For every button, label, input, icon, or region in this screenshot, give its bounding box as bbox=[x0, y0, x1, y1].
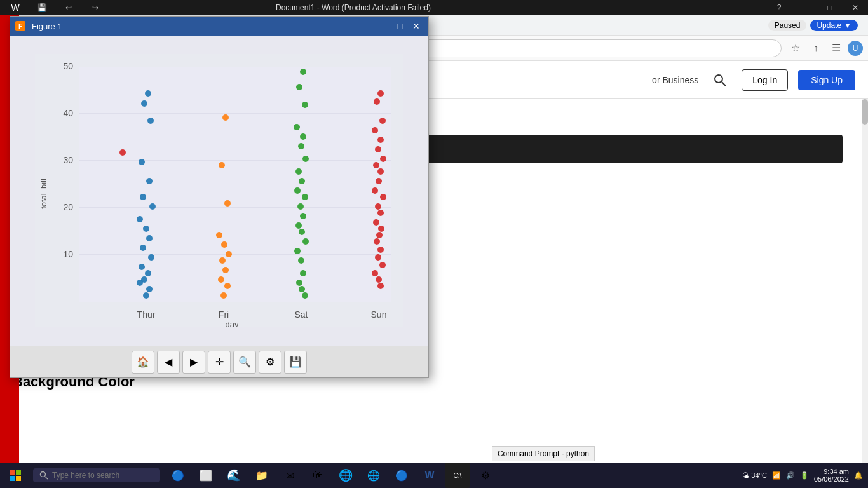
question-icon[interactable]: ? bbox=[766, 0, 792, 15]
svg-point-87 bbox=[377, 90, 384, 97]
paused-badge[interactable]: Paused bbox=[768, 20, 807, 31]
svg-point-80 bbox=[302, 238, 309, 245]
svg-point-65 bbox=[300, 69, 306, 75]
figure-minimize-button[interactable]: — bbox=[376, 19, 390, 33]
svg-point-69 bbox=[300, 133, 306, 140]
update-button[interactable]: Update ▼ bbox=[810, 20, 858, 31]
svg-point-83 bbox=[300, 270, 306, 276]
share-icon[interactable]: ↑ bbox=[807, 39, 825, 57]
login-button[interactable]: Log In bbox=[742, 69, 788, 91]
fig-home-button[interactable]: 🏠 bbox=[132, 351, 154, 374]
taskbar-cortana-icon[interactable]: 🔵 bbox=[165, 463, 191, 488]
taskbar-taskview-icon[interactable]: ⬜ bbox=[193, 463, 219, 488]
svg-point-77 bbox=[300, 213, 306, 219]
svg-text:Thur: Thur bbox=[137, 309, 156, 320]
figure-close-button[interactable]: ✕ bbox=[409, 19, 423, 33]
svg-text:Sat: Sat bbox=[294, 309, 308, 320]
maximize-icon[interactable]: □ bbox=[817, 0, 843, 15]
taskbar-chrome-icon[interactable]: 🌐 bbox=[333, 463, 358, 488]
svg-point-76 bbox=[297, 203, 304, 210]
scrollbar[interactable] bbox=[862, 99, 868, 478]
svg-text:day: day bbox=[226, 320, 239, 327]
svg-point-64 bbox=[220, 292, 227, 299]
taskbar-explorer-icon[interactable]: 📁 bbox=[249, 463, 275, 488]
svg-point-97 bbox=[372, 187, 378, 194]
minimize-icon[interactable]: — bbox=[792, 0, 817, 15]
fig-back-button[interactable]: ◀ bbox=[157, 351, 180, 374]
win-quick-save[interactable]: 💾 bbox=[29, 0, 55, 15]
sidebar-toggle[interactable]: ☰ bbox=[827, 39, 845, 57]
taskbar-edge-icon[interactable]: 🌊 bbox=[221, 463, 247, 488]
svg-point-98 bbox=[380, 194, 386, 200]
svg-point-105 bbox=[377, 247, 384, 253]
taskbar-search-input[interactable] bbox=[52, 471, 154, 480]
fig-zoom-button[interactable]: 🔍 bbox=[233, 351, 256, 374]
svg-point-58 bbox=[221, 241, 227, 248]
svg-point-79 bbox=[299, 229, 305, 235]
figure-maximize-button[interactable]: □ bbox=[393, 19, 407, 33]
svg-point-93 bbox=[380, 156, 386, 162]
svg-text:Fri: Fri bbox=[219, 309, 229, 320]
svg-point-94 bbox=[373, 162, 379, 168]
svg-point-101 bbox=[373, 219, 379, 226]
fig-pan-button[interactable]: ✛ bbox=[208, 351, 231, 374]
figure-icon: F bbox=[15, 21, 25, 31]
figure-titlebar: F Figure 1 — □ ✕ bbox=[10, 17, 428, 36]
svg-point-70 bbox=[298, 143, 304, 149]
temperature: 34°C bbox=[751, 471, 767, 479]
taskbar-app-icons: 🔵 ⬜ 🌊 📁 ✉ 🛍 🌐 🌐 🔵 W C:\ ⚙ bbox=[165, 463, 498, 488]
win-quick-undo[interactable]: ↩ bbox=[56, 0, 81, 15]
svg-line-1 bbox=[722, 82, 726, 86]
scrollbar-thumb[interactable] bbox=[862, 99, 868, 125]
tray-network[interactable]: 📶 bbox=[772, 471, 781, 480]
win-title-left: W 💾 ↩ ↪ bbox=[0, 0, 108, 15]
user-avatar[interactable]: U bbox=[848, 41, 863, 56]
svg-point-36 bbox=[145, 90, 151, 97]
svg-point-109 bbox=[376, 276, 382, 283]
site-search-button[interactable] bbox=[709, 69, 731, 92]
tray-volume[interactable]: 🔊 bbox=[786, 471, 795, 480]
taskbar-world-icon[interactable]: 🌐 bbox=[361, 463, 386, 488]
fig-save-button[interactable]: 💾 bbox=[284, 351, 307, 374]
taskbar-chrome2-icon[interactable]: 🔵 bbox=[389, 463, 414, 488]
win-quick-redo[interactable]: ↪ bbox=[83, 0, 108, 15]
tray-notification[interactable]: 🔔 bbox=[854, 471, 863, 480]
svg-rect-112 bbox=[10, 470, 15, 475]
svg-point-67 bbox=[302, 102, 308, 108]
tray-battery[interactable]: 🔋 bbox=[800, 471, 809, 480]
svg-point-90 bbox=[372, 127, 378, 133]
taskbar-extra-icon[interactable]: ⚙ bbox=[473, 463, 498, 488]
bookmark-icon[interactable]: ☆ bbox=[787, 39, 804, 57]
signup-button[interactable]: Sign Up bbox=[798, 70, 855, 90]
svg-point-60 bbox=[219, 257, 226, 264]
figure-toolbar: 🏠 ◀ ▶ ✛ 🔍 ⚙ 💾 bbox=[10, 346, 428, 377]
start-button[interactable] bbox=[0, 463, 31, 488]
taskbar-word-icon[interactable]: W bbox=[417, 463, 442, 488]
svg-point-42 bbox=[149, 203, 156, 210]
taskbar-store-icon[interactable]: 🛍 bbox=[305, 463, 330, 488]
taskbar-cmd-icon[interactable]: C:\ bbox=[445, 463, 470, 488]
svg-point-71 bbox=[302, 156, 309, 162]
svg-point-100 bbox=[377, 210, 384, 216]
taskbar-clock[interactable]: 9:34 am 05/06/2022 bbox=[814, 468, 849, 483]
windows-titlebar: W 💾 ↩ ↪ Document1 - Word (Product Activa… bbox=[0, 0, 868, 15]
svg-point-106 bbox=[375, 254, 381, 261]
close-icon[interactable]: ✕ bbox=[843, 0, 868, 15]
svg-point-116 bbox=[41, 472, 46, 477]
svg-text:10: 10 bbox=[63, 249, 73, 259]
svg-point-110 bbox=[377, 283, 384, 289]
svg-point-37 bbox=[141, 100, 147, 107]
chart-area: 50 40 30 20 10 total_bill Thur Fri Sat S… bbox=[35, 54, 403, 327]
svg-point-53 bbox=[143, 292, 149, 299]
fig-config-button[interactable]: ⚙ bbox=[259, 351, 281, 374]
svg-point-73 bbox=[299, 178, 305, 184]
win-title-text: Document1 - Word (Product Activation Fai… bbox=[276, 3, 431, 12]
taskbar-mail-icon[interactable]: ✉ bbox=[277, 463, 302, 488]
fig-forward-button[interactable]: ▶ bbox=[182, 351, 205, 374]
scatter-chart: 50 40 30 20 10 total_bill Thur Fri Sat S… bbox=[35, 54, 403, 327]
svg-point-49 bbox=[145, 270, 151, 276]
svg-point-95 bbox=[377, 168, 384, 175]
svg-point-66 bbox=[296, 84, 302, 90]
taskbar-search[interactable] bbox=[33, 468, 160, 482]
svg-point-54 bbox=[222, 114, 229, 121]
